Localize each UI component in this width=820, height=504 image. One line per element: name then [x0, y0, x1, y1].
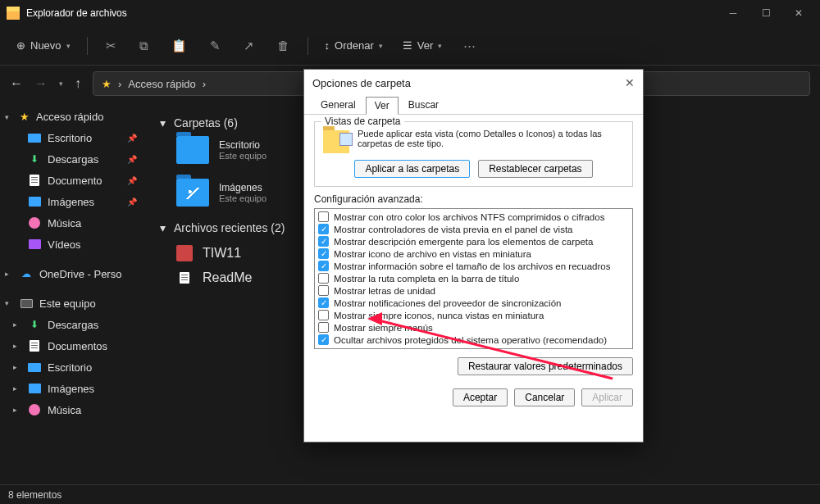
sidebar-item-pc-music[interactable]: ▸Música	[0, 399, 144, 420]
chevron-down-icon: ▾	[66, 42, 71, 50]
sort-label: Ordenar	[335, 39, 374, 52]
checkbox[interactable]	[318, 211, 329, 222]
close-button[interactable]: ✕	[794, 7, 804, 19]
folder-images-icon	[176, 179, 209, 207]
chevron-right-icon: ▸	[5, 270, 13, 278]
images-icon	[29, 197, 41, 207]
checkbox[interactable]	[318, 261, 329, 271]
minimize-button[interactable]: ─	[728, 7, 738, 19]
back-button[interactable]: ←	[10, 76, 23, 91]
more-icon[interactable]: ⋯	[453, 34, 485, 58]
folder-item-imagenes[interactable]: ImágenesEste equipo	[176, 179, 308, 207]
dialog-close-button[interactable]: ✕	[625, 76, 635, 89]
sidebar-item-thispc[interactable]: ▾Este equipo	[0, 293, 144, 314]
restore-defaults-button[interactable]: Restaurar valores predeterminados	[458, 357, 633, 375]
sidebar-item-documents[interactable]: Documento📌	[0, 170, 144, 191]
checkbox[interactable]	[318, 322, 329, 333]
toolbar: ⊕ Nuevo ▾ ✂ ⧉ 📋 ✎ ↗ 🗑 ↕ Ordenar ▾ ☰ Ver …	[0, 26, 820, 66]
sidebar-label: OneDrive - Perso	[39, 268, 121, 280]
checkbox[interactable]	[318, 273, 329, 284]
pin-icon: 📌	[127, 176, 137, 185]
sidebar-label: Documentos	[48, 340, 107, 352]
adv-option-9[interactable]: Mostrar siempre menús	[318, 321, 629, 334]
sort-button[interactable]: ↕ Ordenar ▾	[317, 34, 391, 57]
file-icon	[176, 270, 193, 286]
download-icon: ⬇	[28, 152, 41, 166]
forward-button[interactable]: →	[34, 76, 48, 91]
breadcrumb-chevron: ›	[203, 78, 206, 90]
ok-button[interactable]: Aceptar	[453, 388, 508, 406]
option-label: Ocultar archivos protegidos del sistema …	[334, 335, 607, 345]
tab-buscar[interactable]: Buscar	[400, 97, 447, 115]
option-label: Mostrar la ruta completa en la barra de …	[334, 274, 519, 284]
sidebar-label: Escritorio	[48, 132, 92, 144]
new-button[interactable]: ⊕ Nuevo ▾	[8, 34, 79, 57]
desktop-icon	[28, 363, 41, 372]
adv-option-2[interactable]: Mostrar descripción emergente para los e…	[318, 235, 629, 247]
chevron-down-icon: ▾	[379, 42, 383, 50]
sidebar-item-pc-images[interactable]: ▸Imágenes	[0, 378, 144, 399]
share-icon[interactable]: ↗	[234, 34, 264, 58]
reset-folders-button[interactable]: Restablecer carpetas	[478, 160, 592, 178]
sidebar-item-pc-downloads[interactable]: ▸⬇Descargas	[0, 314, 144, 335]
pin-icon: 📌	[127, 134, 137, 143]
sidebar-label: Acceso rápido	[36, 111, 103, 123]
folder-sub: Este equipo	[219, 193, 266, 203]
adv-option-8[interactable]: Mostrar siempre iconos, nunca vistas en …	[318, 309, 629, 321]
paste-icon[interactable]: 📋	[162, 34, 197, 58]
sidebar-item-quick[interactable]: ▾★Acceso rápido	[0, 107, 144, 127]
advanced-settings-list[interactable]: Mostrar con otro color los archivos NTFS…	[314, 208, 633, 349]
view-button[interactable]: ☰ Ver ▾	[394, 34, 451, 57]
music-icon	[29, 404, 40, 415]
chevron-right-icon: ▸	[13, 320, 21, 329]
sidebar-item-downloads[interactable]: ⬇Descargas📌	[0, 148, 144, 170]
sidebar-item-images[interactable]: Imágenes📌	[0, 191, 144, 212]
folder-item-escritorio[interactable]: EscritorioEste equipo	[176, 136, 308, 164]
adv-option-1[interactable]: Mostrar controladores de vista previa en…	[318, 223, 629, 235]
apply-button[interactable]: Aplicar	[581, 388, 633, 406]
advanced-label: Configuración avanzada:	[314, 193, 633, 205]
maximize-button[interactable]: ☐	[761, 7, 771, 19]
sidebar: ▾★Acceso rápido Escritorio📌 ⬇Descargas📌 …	[0, 102, 144, 484]
checkbox[interactable]	[318, 297, 329, 308]
sidebar-item-music[interactable]: Música	[0, 212, 144, 234]
cancel-button[interactable]: Cancelar	[514, 388, 575, 406]
option-label: Mostrar información sobre el tamaño de l…	[334, 261, 611, 271]
copy-icon[interactable]: ⧉	[130, 34, 158, 58]
sidebar-item-pc-desktop[interactable]: ▸Escritorio	[0, 356, 144, 378]
breadcrumb-root[interactable]: Acceso rápido	[128, 78, 195, 90]
apply-folders-button[interactable]: Aplicar a las carpetas	[354, 160, 470, 178]
checkbox[interactable]	[318, 236, 329, 247]
delete-icon[interactable]: 🗑	[267, 34, 299, 57]
adv-option-0[interactable]: Mostrar con otro color los archivos NTFS…	[318, 211, 629, 223]
download-icon: ⬇	[28, 318, 41, 331]
adv-option-7[interactable]: Mostrar notificaciones del proveedor de …	[318, 297, 629, 309]
sidebar-label: Música	[48, 217, 81, 229]
adv-option-10[interactable]: Ocultar archivos protegidos del sistema …	[318, 334, 629, 346]
chevron-down-icon[interactable]: ▾	[59, 79, 63, 88]
tab-general[interactable]: General	[312, 97, 364, 115]
adv-option-6[interactable]: Mostrar letras de unidad	[318, 284, 629, 297]
sidebar-item-pc-documents[interactable]: ▸Documentos	[0, 335, 144, 356]
separator	[87, 37, 88, 55]
tab-ver[interactable]: Ver	[366, 97, 399, 115]
adv-option-3[interactable]: Mostrar icono de archivo en vistas en mi…	[318, 247, 629, 260]
up-button[interactable]: ↑	[75, 76, 81, 91]
pin-icon: 📌	[127, 155, 137, 164]
checkbox[interactable]	[318, 310, 329, 320]
checkbox[interactable]	[318, 285, 329, 296]
sidebar-item-videos[interactable]: Vídeos	[0, 234, 144, 255]
adv-option-4[interactable]: Mostrar información sobre el tamaño de l…	[318, 260, 629, 272]
rename-icon[interactable]: ✎	[200, 34, 230, 58]
sidebar-item-onedrive[interactable]: ▸☁OneDrive - Perso	[0, 263, 144, 284]
adv-option-5[interactable]: Mostrar la ruta completa en la barra de …	[318, 272, 629, 284]
checkbox[interactable]	[318, 248, 329, 259]
option-label: Mostrar con otro color los archivos NTFS…	[334, 212, 604, 222]
checkbox[interactable]	[318, 224, 329, 234]
section-title: Carpetas (6)	[174, 116, 238, 129]
plus-icon: ⊕	[16, 39, 25, 52]
cut-icon[interactable]: ✂	[96, 34, 126, 58]
chevron-right-icon: ▸	[13, 384, 21, 393]
checkbox[interactable]	[318, 334, 329, 345]
sidebar-item-desktop[interactable]: Escritorio📌	[0, 127, 144, 148]
